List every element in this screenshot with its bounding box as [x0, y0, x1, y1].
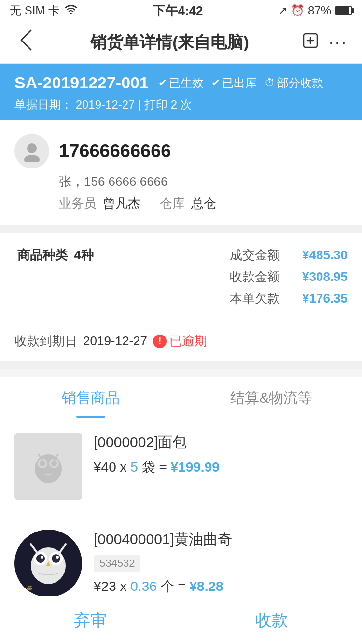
- bottom-bar: 弃审 收款: [0, 596, 362, 644]
- total-1: ¥199.99: [171, 460, 220, 475]
- order-id: SA-20191227-001: [14, 73, 149, 92]
- svg-point-6: [40, 461, 45, 466]
- print-label: 打印: [144, 98, 167, 111]
- check-icon-2: ✔: [211, 77, 220, 89]
- warehouse-label: 仓库: [160, 196, 185, 210]
- battery-icon: [335, 6, 352, 15]
- qty-1: 5: [130, 460, 138, 475]
- overdue-label: 收款到期日: [14, 333, 77, 350]
- svg-point-7: [51, 461, 57, 466]
- total-2: ¥8.28: [189, 579, 223, 594]
- product-image-1: [14, 433, 82, 500]
- order-date: 2019-12-27: [76, 98, 135, 111]
- alarm-icon: ⏰: [291, 4, 304, 17]
- collect-payment-label: 收款: [255, 609, 288, 631]
- date-label: 单据日期：: [14, 98, 72, 111]
- debt-label: 本单欠款: [230, 290, 280, 307]
- customer-contact: 张，156 6666 6666: [59, 173, 348, 190]
- overdue-section: 收款到期日 2019-12-27 ! 已逾期: [0, 321, 362, 361]
- cancel-review-label: 弃审: [74, 609, 107, 631]
- svg-point-2: [24, 155, 40, 162]
- cancel-review-button[interactable]: 弃审: [0, 596, 181, 644]
- separator: |: [138, 98, 144, 111]
- tab-products-label: 销售商品: [62, 390, 120, 406]
- receipt-amount-row: 收款金额 ¥308.95: [230, 268, 348, 285]
- status-time: 下午4:42: [153, 2, 203, 19]
- receipt-amount: ¥308.95: [290, 269, 348, 284]
- customer-section: 17666666666 张，156 6666 6666 业务员 曾凡杰 仓库 总…: [0, 120, 362, 225]
- product-price-1: ¥40 x 5 袋 = ¥199.99: [94, 458, 348, 476]
- nav-actions: ···: [302, 32, 348, 53]
- product-name-2: [000400001]黄油曲奇: [94, 530, 348, 549]
- overdue-text: 已逾期: [169, 333, 207, 350]
- type-count: 4种: [74, 248, 93, 262]
- status-badge-1: ✔ 已生效: [158, 75, 204, 91]
- debt-amount-row: 本单欠款 ¥176.35: [230, 290, 348, 307]
- product-image-2: 鑫+: [14, 530, 82, 597]
- tab-products[interactable]: 销售商品: [0, 377, 181, 418]
- type-label: 商品种类: [17, 248, 68, 262]
- status-left: 无 SIM 卡: [10, 3, 77, 18]
- svg-point-12: [36, 554, 45, 563]
- location-icon: ↗: [278, 4, 287, 17]
- eq-1: =: [159, 460, 170, 475]
- overdue-date: 2019-12-27: [83, 334, 147, 349]
- customer-row1: 17666666666: [14, 134, 348, 168]
- multiply-2: x: [120, 579, 131, 594]
- share-icon[interactable]: [302, 32, 319, 53]
- order-header: SA-20191227-001 ✔ 已生效 ✔ 已出库 ⏱ 部分收款 单据日期：…: [0, 64, 362, 120]
- status-badges: ✔ 已生效 ✔ 已出库 ⏱ 部分收款: [158, 75, 323, 91]
- deal-amount: ¥485.30: [290, 248, 348, 263]
- status-bar: 无 SIM 卡 下午4:42 ↗ ⏰ 87%: [0, 0, 362, 21]
- clock-icon: ⏱: [265, 77, 275, 89]
- banner-date-row: 单据日期： 2019-12-27 | 打印 2 次: [14, 97, 348, 112]
- svg-point-1: [27, 143, 37, 153]
- carrier-label: 无 SIM 卡: [10, 3, 60, 18]
- status-right: ↗ ⏰ 87%: [278, 4, 352, 17]
- customer-name: 17666666666: [59, 141, 171, 162]
- amount-stats: 成交金额 ¥485.30 收款金额 ¥308.95 本单欠款 ¥176.35: [230, 247, 348, 307]
- product-item: [0000002]面包 ¥40 x 5 袋 = ¥199.99: [0, 418, 362, 515]
- multiply-1: x: [120, 460, 131, 475]
- collect-payment-button[interactable]: 收款: [181, 596, 362, 644]
- product-sku-2: 534532: [94, 555, 140, 572]
- wifi-icon: [65, 4, 77, 17]
- product-name-1: [0000002]面包: [94, 433, 348, 452]
- stats-section: 商品种类 4种 成交金额 ¥485.30 收款金额 ¥308.95 本单欠款 ¥…: [0, 233, 362, 321]
- deal-label: 成交金额: [230, 247, 280, 264]
- product-list: [0000002]面包 ¥40 x 5 袋 = ¥199.99: [0, 418, 362, 612]
- check-icon-1: ✔: [158, 77, 167, 89]
- unit-2: 个: [161, 579, 174, 594]
- avatar: [14, 134, 49, 168]
- nav-bar: 销货单详情(来自电脑) ···: [0, 21, 362, 64]
- page-title: 销货单详情(来自电脑): [90, 31, 249, 54]
- battery-percent: 87%: [308, 4, 331, 17]
- receipt-label: 收款金额: [230, 268, 280, 285]
- tabs-section: 销售商品 结算&物流等: [0, 377, 362, 612]
- ghost-image-placeholder: [14, 433, 82, 500]
- back-button[interactable]: [14, 24, 38, 61]
- sales-name: 曾凡杰: [103, 196, 140, 210]
- price-2: ¥23: [94, 579, 116, 594]
- status-badge-2: ✔ 已出库: [211, 75, 257, 91]
- overdue-icon: !: [153, 335, 167, 348]
- status-badge-3: ⏱ 部分收款: [265, 75, 323, 91]
- tabs-row: 销售商品 结算&物流等: [0, 377, 362, 418]
- warehouse-name: 总仓: [191, 196, 216, 210]
- tab-settlement-label: 结算&物流等: [230, 390, 312, 406]
- overdue-badge: ! 已逾期: [153, 333, 207, 350]
- svg-point-14: [41, 556, 43, 559]
- unit-1: 袋: [142, 460, 155, 475]
- debt-amount: ¥176.35: [290, 291, 348, 306]
- tab-settlement[interactable]: 结算&物流等: [181, 377, 362, 418]
- print-unit: 次: [181, 98, 192, 111]
- more-options-icon[interactable]: ···: [329, 32, 348, 53]
- eq-2: =: [178, 579, 189, 594]
- divider-1: [0, 225, 362, 233]
- product-info-1: [0000002]面包 ¥40 x 5 袋 = ¥199.99: [94, 433, 348, 476]
- svg-point-13: [52, 554, 60, 563]
- product-price-2: ¥23 x 0.36 个 = ¥8.28: [94, 577, 348, 596]
- deal-amount-row: 成交金额 ¥485.30: [230, 247, 348, 264]
- qty-2: 0.36: [130, 579, 157, 594]
- product-info-2: [000400001]黄油曲奇 534532 ¥23 x 0.36 个 = ¥8…: [94, 530, 348, 596]
